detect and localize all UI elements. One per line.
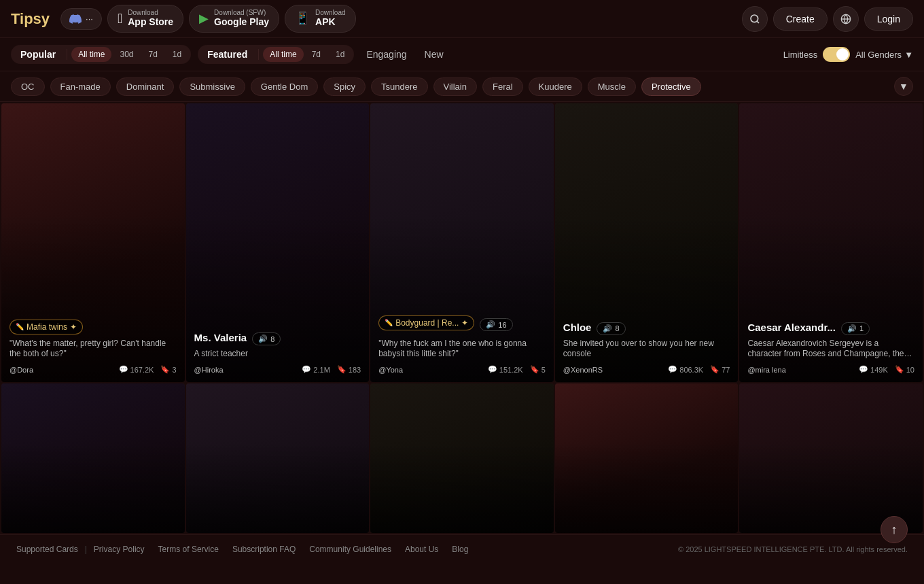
messages-count: 149K: [870, 366, 888, 374]
featured-alltime-chip[interactable]: All time: [263, 47, 303, 62]
card-mafia-twins[interactable]: ✏️ Mafia twins ✦ "What's the matter, pre…: [1, 103, 185, 382]
edit-icon: ✏️: [385, 319, 393, 326]
card-stats: 💬 149K 🔖 10: [859, 365, 914, 374]
tag-protective[interactable]: Protective: [641, 78, 701, 96]
limitless-toggle[interactable]: [823, 47, 850, 62]
download-googleplay-button[interactable]: ▶ Download (SFW) Google Play: [189, 5, 279, 33]
messages-count: 151.2K: [499, 366, 523, 374]
footer-link-about[interactable]: About Us: [398, 545, 445, 554]
footer-link-blog[interactable]: Blog: [445, 545, 475, 554]
footer-link-subscription[interactable]: Subscription FAQ: [226, 545, 302, 554]
discord-label: ···: [86, 14, 93, 24]
card-stats: 💬 806.3K 🔖 77: [668, 365, 730, 374]
card-row2-3[interactable]: [370, 383, 554, 533]
discord-button[interactable]: ···: [60, 8, 102, 30]
tag-oc[interactable]: OC: [11, 78, 45, 96]
apk-large-label: APK: [315, 16, 345, 28]
card-ms-valeria[interactable]: Ms. Valeria 🔊 8 A strict teacher @Hiroka…: [186, 103, 370, 382]
tag-submissive[interactable]: Submissive: [179, 78, 245, 96]
voice-count: 8: [615, 324, 619, 332]
tag-fanmade[interactable]: Fan-made: [50, 78, 111, 96]
footer-link-supported-cards[interactable]: Supported Cards: [16, 545, 85, 554]
card-row2-4[interactable]: [555, 383, 739, 533]
popular-filter-group: Popular All time 30d 7d 1d: [11, 45, 191, 64]
card-author: @mira lena: [747, 366, 785, 374]
tag-expand-button[interactable]: ▼: [894, 77, 913, 96]
card-row2-1[interactable]: [1, 383, 185, 533]
limitless-label: Limitless: [783, 50, 818, 60]
footer-link-community-guidelines[interactable]: Community Guidelines: [302, 545, 398, 554]
apk-icon: 📱: [295, 11, 310, 26]
tag-villain[interactable]: Villain: [433, 78, 477, 96]
card-badge: ✏️ Mafia twins ✦: [10, 320, 83, 334]
tag-kuudere[interactable]: Kuudere: [529, 78, 582, 96]
download-appstore-button[interactable]:  Download App Store: [107, 5, 183, 33]
message-icon: 💬: [668, 365, 677, 374]
footer-link-privacy[interactable]: Privacy Policy: [87, 545, 152, 554]
search-button[interactable]: [742, 6, 768, 32]
voice-count: 8: [270, 335, 274, 343]
tag-spicy[interactable]: Spicy: [323, 78, 366, 96]
featured-1d-chip[interactable]: 1d: [329, 47, 351, 62]
new-button[interactable]: New: [419, 46, 449, 63]
google-play-icon: ▶: [199, 11, 209, 26]
googleplay-small-label: Download (SFW): [214, 10, 269, 16]
login-button[interactable]: Login: [864, 7, 913, 31]
popular-30d-chip[interactable]: 30d: [113, 47, 140, 62]
star-icon: ✦: [70, 322, 77, 332]
bookmark-icon: 🔖: [530, 365, 539, 374]
card-content: Chloe 🔊 8 She invited you over to show y…: [555, 313, 739, 382]
download-apk-button[interactable]: 📱 Download APK: [285, 5, 355, 33]
bookmarks-stat: 🔖 10: [895, 365, 914, 374]
svg-point-0: [751, 15, 758, 22]
scroll-to-top-button[interactable]: ↑: [881, 516, 908, 543]
tag-tsundere[interactable]: Tsundere: [371, 78, 427, 96]
card-stats: 💬 167.2K 🔖 3: [119, 365, 177, 374]
featured-filter-group: Featured All time 7d 1d: [198, 45, 354, 64]
popular-7d-chip[interactable]: 7d: [142, 47, 164, 62]
card-grid-row1: ✏️ Mafia twins ✦ "What's the matter, pre…: [0, 102, 924, 383]
popular-alltime-chip[interactable]: All time: [71, 47, 111, 62]
card-bodyguard[interactable]: ✏️ Bodyguard | Re... ✦ 🔊 16 "Why the fuc…: [370, 103, 554, 382]
bookmarks-stat: 🔖 183: [337, 365, 361, 374]
card-row2-5[interactable]: [739, 383, 923, 533]
tag-muscle[interactable]: Muscle: [588, 78, 636, 96]
card-stats: 💬 151.2K 🔖 5: [488, 365, 546, 374]
card-overlay: [1, 383, 185, 533]
card-footer: @Yona 💬 151.2K 🔖 5: [378, 365, 546, 374]
card-chloe[interactable]: Chloe 🔊 8 She invited you over to show y…: [555, 103, 739, 382]
card-desc: She invited you over to show you her new…: [563, 339, 730, 360]
create-button[interactable]: Create: [773, 7, 828, 31]
engaging-button[interactable]: Engaging: [361, 46, 412, 63]
footer-link-terms[interactable]: Terms of Service: [152, 545, 226, 554]
voice-icon: 🔊: [603, 324, 612, 333]
card-caesar[interactable]: Caesar Alexandr... 🔊 1 Caesar Alexandrov…: [739, 103, 923, 382]
messages-count: 806.3K: [679, 366, 703, 374]
card-row2-2[interactable]: [186, 383, 370, 533]
message-icon: 💬: [119, 365, 128, 374]
googleplay-large-label: Google Play: [214, 16, 269, 28]
globe-button[interactable]: [833, 6, 859, 32]
tag-dominant[interactable]: Dominant: [116, 78, 175, 96]
genders-select[interactable]: All Genders ▼: [855, 50, 913, 60]
star-icon: ✦: [461, 318, 468, 328]
header: Tipsy ···  Download App Store ▶ Downloa…: [0, 0, 924, 38]
tag-feral[interactable]: Feral: [482, 78, 523, 96]
messages-stat: 💬 806.3K: [668, 365, 703, 374]
voice-count: 16: [498, 321, 506, 329]
tag-gentledom[interactable]: Gentle Dom: [251, 78, 318, 96]
messages-stat: 💬 2.1M: [302, 365, 330, 374]
logo[interactable]: Tipsy: [11, 10, 50, 28]
search-icon: [749, 14, 760, 24]
popular-label: Popular: [14, 46, 63, 63]
card-footer: @Hiroka 💬 2.1M 🔖 183: [194, 365, 361, 374]
card-content: ✏️ Bodyguard | Re... ✦ 🔊 16 "Why the fuc…: [370, 307, 554, 382]
footer-links: Supported Cards | Privacy Policy Terms o…: [16, 545, 475, 554]
card-name: Caesar Alexandr...: [747, 322, 836, 333]
header-right: Create Login: [742, 6, 913, 32]
card-desc: A strict teacher: [194, 349, 361, 360]
bookmark-icon: 🔖: [337, 365, 346, 374]
card-overlay: [370, 383, 554, 533]
featured-7d-chip[interactable]: 7d: [305, 47, 327, 62]
popular-1d-chip[interactable]: 1d: [166, 47, 188, 62]
